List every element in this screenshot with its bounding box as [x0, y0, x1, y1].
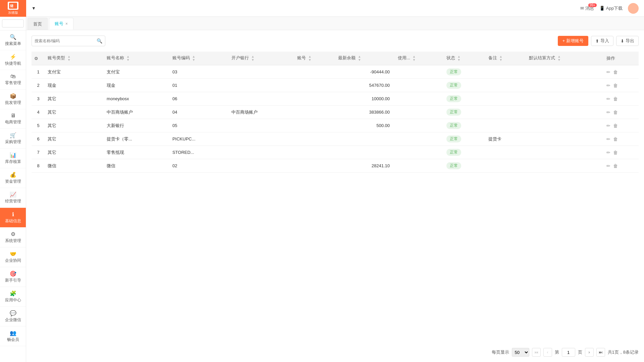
next-page-button[interactable]: › — [585, 348, 594, 357]
sidebar-item-企业协同[interactable]: 🤝企业协同 — [0, 247, 26, 267]
row-code-0: 03 — [170, 65, 229, 79]
tab-close-1[interactable]: × — [65, 21, 68, 26]
edit-icon-1[interactable]: ✏ — [606, 83, 610, 88]
delete-icon-3[interactable]: 🗑 — [613, 110, 618, 115]
row-usage-2 — [395, 92, 444, 106]
avatar[interactable] — [628, 3, 639, 14]
sidebar-item-库存核算[interactable]: 📊库存核算 — [0, 148, 26, 168]
edit-icon-2[interactable]: ✏ — [606, 96, 610, 102]
row-account-0 — [294, 65, 335, 79]
sidebar-label-8: 经营管理 — [0, 198, 26, 204]
col-bank[interactable]: 开户银行 ▲▼ — [229, 52, 294, 65]
sidebar-item-批发管理[interactable]: 📦批发管理 — [0, 89, 26, 109]
col-usage[interactable]: 使用... ▲▼ — [395, 52, 444, 65]
sort-remark: ▲▼ — [499, 55, 502, 62]
delete-icon-0[interactable]: 🗑 — [613, 69, 618, 75]
import-button[interactable]: ⬆ 导入 — [591, 36, 613, 46]
delete-icon-5[interactable]: 🗑 — [613, 136, 618, 142]
last-page-button[interactable]: ⏭ — [596, 348, 605, 357]
delete-icon-6[interactable]: 🗑 — [613, 150, 618, 155]
edit-icon-3[interactable]: ✏ — [606, 110, 610, 115]
sort-name: ▲▼ — [126, 55, 130, 62]
sidebar-icon-12: 🎯 — [0, 270, 26, 277]
sidebar-item-电商管理[interactable]: 🖥电商管理 — [0, 109, 26, 129]
col-remark[interactable]: 备注 ▲▼ — [486, 52, 527, 65]
sidebar-item-系统管理[interactable]: ⚙系统管理 — [0, 228, 26, 247]
col-account[interactable]: 账号 ▲▼ — [294, 52, 335, 65]
prev-page-button[interactable]: ‹ — [543, 348, 552, 357]
delete-icon-7[interactable]: 🗑 — [613, 163, 618, 169]
delete-icon-1[interactable]: 🗑 — [613, 83, 618, 88]
main-area: ▼ ✉ 消息 99+ 📱 App下载 首页账号× 🔍 — [26, 0, 644, 362]
row-status-1: 正常 — [444, 79, 486, 92]
tab-首页[interactable]: 首页 — [28, 18, 48, 30]
sidebar-label-13: 应用中心 — [0, 297, 26, 303]
delete-icon-2[interactable]: 🗑 — [613, 96, 618, 102]
add-account-button[interactable]: + 新增账号 — [558, 36, 588, 46]
row-num-4: 5 — [32, 119, 45, 132]
sidebar-item-畅会员[interactable]: 👥畅会员 — [0, 326, 26, 346]
search-input[interactable] — [35, 39, 97, 43]
row-account-4 — [294, 119, 335, 132]
row-remark-3 — [486, 106, 527, 119]
row-balance-5 — [335, 132, 395, 146]
col-status[interactable]: 状态 ▲▼ — [444, 52, 486, 65]
col-gear[interactable]: ⚙ — [32, 52, 45, 65]
sidebar-item-经营管理[interactable]: 📈经营管理 — [0, 188, 26, 208]
messages-button[interactable]: ✉ 消息 99+ — [580, 5, 594, 11]
table-header-row: ⚙ 账号类型 ▲▼ 账号名称 ▲▼ 账号编码 ▲▼ 开户银行 ▲▼ — [32, 52, 639, 65]
sidebar-item-基础信息[interactable]: ℹ基础信息 — [0, 208, 26, 228]
row-actions-7: ✏ 🗑 — [604, 159, 639, 173]
header-right: ✉ 消息 99+ 📱 App下载 — [580, 3, 639, 14]
tab-账号[interactable]: 账号× — [49, 18, 73, 30]
row-actions-0: ✏ 🗑 — [604, 65, 639, 79]
row-usage-5 — [395, 132, 444, 146]
sidebar-item-快捷导航[interactable]: ⚡快捷导航 — [0, 50, 26, 70]
per-page-select[interactable]: 50 100 200 — [512, 348, 529, 357]
sidebar-item-零售管理[interactable]: 🛍零售管理 — [0, 70, 26, 89]
row-bank-3: 中百商场账户 — [229, 106, 294, 119]
export-button[interactable]: ⬇ 导出 — [616, 36, 639, 46]
col-name[interactable]: 账号名称 ▲▼ — [104, 52, 170, 65]
sidebar-search-input[interactable] — [2, 19, 24, 27]
row-status-0: 正常 — [444, 65, 486, 79]
company-dropdown[interactable]: ▼ — [32, 6, 36, 11]
gear-icon: ⚙ — [34, 56, 38, 61]
col-balance[interactable]: 最新余额 ▲▼ — [335, 52, 395, 65]
edit-icon-5[interactable]: ✏ — [606, 136, 610, 142]
row-balance-2: 10000.00 — [335, 92, 395, 106]
row-num-6: 7 — [32, 146, 45, 159]
sidebar-label-11: 企业协同 — [0, 258, 26, 263]
col-type[interactable]: 账号类型 ▲▼ — [45, 52, 104, 65]
row-name-2: moneybosx — [104, 92, 170, 106]
edit-icon-6[interactable]: ✏ — [606, 150, 610, 155]
page-input[interactable] — [562, 348, 575, 357]
search-box[interactable]: 🔍 — [32, 36, 105, 46]
col-code[interactable]: 账号编码 ▲▼ — [170, 52, 229, 65]
row-usage-7 — [395, 159, 444, 173]
first-page-button[interactable]: ⏮ — [532, 348, 541, 357]
sidebar-item-应用中心[interactable]: 🧩应用中心 — [0, 287, 26, 307]
col-settlement[interactable]: 默认结算方式 ▲▼ — [526, 52, 603, 65]
table-row: 8 微信 微信 02 28241.10 正常 ✏ 🗑 — [32, 159, 639, 173]
row-name-5: 提货卡（零... — [104, 132, 170, 146]
action-bar: 🔍 + 新增账号 ⬆ 导入 ⬇ 导出 — [32, 36, 639, 46]
sidebar-item-企业微信[interactable]: 💬企业微信 — [0, 307, 26, 326]
edit-icon-7[interactable]: ✏ — [606, 163, 610, 169]
sidebar-search-box[interactable] — [0, 17, 26, 31]
sort-account: ▲▼ — [308, 55, 312, 62]
sidebar-item-新手引导[interactable]: 🎯新手引导 — [0, 267, 26, 287]
row-balance-0: -90444.00 — [335, 65, 395, 79]
logo-text: 乐猪版 — [8, 10, 18, 15]
app-download-button[interactable]: 📱 App下载 — [599, 5, 623, 11]
sidebar-item-搜索菜单[interactable]: 🔍搜索菜单 — [0, 31, 26, 50]
row-settlement-4 — [526, 119, 603, 132]
edit-icon-4[interactable]: ✏ — [606, 123, 610, 128]
edit-icon-0[interactable]: ✏ — [606, 69, 610, 75]
sidebar-icon-10: ⚙ — [0, 231, 26, 237]
delete-icon-4[interactable]: 🗑 — [613, 123, 618, 128]
row-remark-5: 提货卡 — [486, 132, 527, 146]
row-account-6 — [294, 146, 335, 159]
sidebar-item-资金管理[interactable]: 💰资金管理 — [0, 168, 26, 188]
sidebar-item-采购管理[interactable]: 🛒采购管理 — [0, 129, 26, 148]
